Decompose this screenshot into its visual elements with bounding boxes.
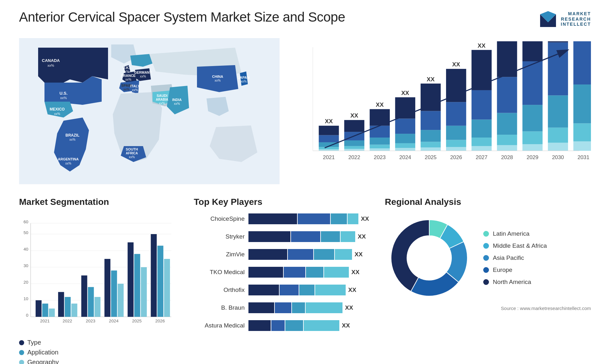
svg-rect-149 xyxy=(134,254,140,317)
svg-text:XX: XX xyxy=(401,90,409,96)
svg-text:xx%: xx% xyxy=(174,102,180,105)
svg-rect-109 xyxy=(573,41,591,84)
player-bar-segment xyxy=(335,249,352,260)
svg-rect-37 xyxy=(319,147,339,149)
player-row: ZimVieXX xyxy=(194,249,369,260)
legend-dot-geography xyxy=(19,360,24,364)
regional-panel: Regional Analysis Latin America Middle E… xyxy=(378,197,591,364)
player-name: B. Braun xyxy=(194,304,245,311)
svg-text:2021: 2021 xyxy=(323,154,335,160)
label-middle-east: Middle East & Africa xyxy=(493,242,547,249)
legend-latin-america: Latin America xyxy=(483,230,547,237)
header: Anterior Cervical Spacer System Market S… xyxy=(19,10,591,29)
svg-text:0: 0 xyxy=(26,313,29,318)
source-text: Source : www.marketresearchintellect.com xyxy=(385,306,591,311)
page-title: Anterior Cervical Spacer System Market S… xyxy=(19,10,345,25)
svg-rect-68 xyxy=(421,84,441,111)
player-row: ChoiceSpineXX xyxy=(194,213,369,224)
svg-text:2025: 2025 xyxy=(425,154,437,160)
seg-chart-svg: 0 10 20 30 40 50 60 xyxy=(19,213,178,334)
logo-area: MARKET RESEARCH INTELLECT xyxy=(539,10,591,29)
svg-text:2028: 2028 xyxy=(501,154,513,160)
label-asia-pacific: Asia Pacific xyxy=(493,254,524,261)
player-bar-wrap: XX xyxy=(248,285,369,295)
svg-rect-50 xyxy=(370,148,390,151)
player-bar-wrap: XX xyxy=(248,267,369,278)
svg-text:2031: 2031 xyxy=(578,154,589,160)
player-xx-label: XX xyxy=(358,233,366,240)
svg-rect-103 xyxy=(548,41,568,42)
bottom-section: Market Segmentation 0 10 20 30 40 50 60 xyxy=(19,197,591,364)
legend-dot-type xyxy=(19,340,24,345)
svg-text:SAUDI: SAUDI xyxy=(157,94,167,98)
svg-rect-53 xyxy=(370,126,390,138)
svg-text:xx%: xx% xyxy=(54,112,60,116)
svg-text:xx%: xx% xyxy=(215,79,221,82)
legend-middle-east: Middle East & Africa xyxy=(483,242,547,249)
svg-rect-144 xyxy=(105,259,111,317)
player-xx-label: XX xyxy=(342,322,350,329)
svg-text:2029: 2029 xyxy=(526,154,538,160)
player-bar-segment xyxy=(324,267,349,278)
player-row: B. BraunXX xyxy=(194,302,369,313)
svg-rect-40 xyxy=(319,126,339,135)
svg-rect-85 xyxy=(497,145,517,151)
bar-chart-svg: XX2021XX2022XX2023XX2024XX2025XX2026XX20… xyxy=(292,41,591,172)
player-bar-segment xyxy=(306,267,324,278)
legend-item-application: Application xyxy=(19,349,178,356)
player-name: ChoiceSpine xyxy=(194,215,245,222)
svg-rect-59 xyxy=(395,134,415,143)
svg-rect-108 xyxy=(573,84,591,123)
svg-rect-134 xyxy=(49,308,55,317)
donut-svg-wrap xyxy=(385,213,474,302)
legend-label-type: Type xyxy=(27,339,41,346)
player-bar-wrap: XX xyxy=(248,302,369,313)
regional-title: Regional Analysis xyxy=(385,197,591,207)
player-bar-segment xyxy=(284,267,305,278)
player-bar-segment xyxy=(306,302,342,313)
player-bar-segment xyxy=(248,285,279,295)
player-bar-segment xyxy=(341,231,355,242)
svg-rect-94 xyxy=(522,105,542,131)
svg-rect-88 xyxy=(497,77,517,113)
svg-text:ARABIA: ARABIA xyxy=(156,98,168,101)
svg-rect-36 xyxy=(319,149,339,151)
svg-text:GERMANY: GERMANY xyxy=(134,71,152,74)
svg-text:10: 10 xyxy=(24,296,28,301)
svg-rect-101 xyxy=(548,95,568,127)
svg-text:2026: 2026 xyxy=(155,319,165,323)
player-bar-segment xyxy=(314,249,334,260)
player-bar xyxy=(248,231,355,242)
svg-text:60: 60 xyxy=(24,219,28,224)
svg-text:U.K.: U.K. xyxy=(123,66,130,70)
svg-rect-65 xyxy=(421,142,441,147)
svg-text:CANADA: CANADA xyxy=(42,58,60,63)
svg-rect-64 xyxy=(421,147,441,151)
svg-rect-153 xyxy=(157,246,163,317)
svg-text:ITALY: ITALY xyxy=(130,84,140,88)
logo-line2: RESEARCH xyxy=(561,17,591,22)
player-row: OrthofixXX xyxy=(194,285,369,295)
svg-rect-102 xyxy=(548,42,568,95)
svg-rect-136 xyxy=(58,292,64,317)
svg-rect-75 xyxy=(446,69,466,102)
player-xx-label: XX xyxy=(345,304,353,311)
svg-text:xx%: xx% xyxy=(124,88,130,91)
player-name: Stryker xyxy=(194,233,245,240)
players-title: Top Key Players xyxy=(194,197,369,207)
map-container: CANADA xx% U.S. xx% MEXICO xx% BRAZIL xx… xyxy=(19,35,280,187)
svg-text:xx%: xx% xyxy=(48,64,54,67)
player-row: StrykerXX xyxy=(194,231,369,242)
logo-line1: MARKET xyxy=(561,11,591,17)
svg-rect-93 xyxy=(522,131,542,144)
svg-rect-71 xyxy=(446,147,466,151)
svg-rect-74 xyxy=(446,102,466,126)
donut-area: Latin America Middle East & Africa Asia … xyxy=(385,213,591,302)
svg-rect-57 xyxy=(395,148,415,151)
dot-europe xyxy=(483,267,489,273)
player-bar-segment xyxy=(271,320,285,331)
player-bar xyxy=(248,302,342,313)
svg-rect-87 xyxy=(497,113,517,135)
svg-text:SOUTH: SOUTH xyxy=(126,147,138,151)
svg-rect-137 xyxy=(65,297,71,317)
